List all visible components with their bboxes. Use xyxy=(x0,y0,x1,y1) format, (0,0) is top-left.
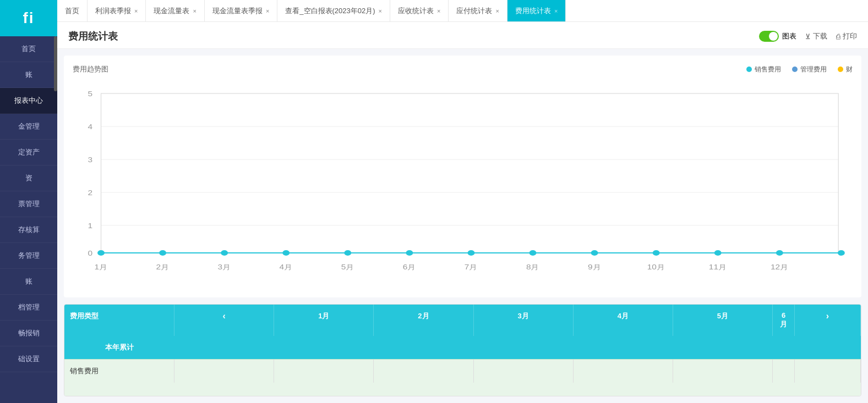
chart-title: 费用趋势图 xyxy=(73,64,108,74)
tab-home-label: 首页 xyxy=(65,6,79,16)
legend-sales: 销售费用 xyxy=(746,65,781,74)
col-month-6: 6月 xyxy=(773,305,795,336)
table-nav-next: › xyxy=(800,311,855,321)
chart-header: 费用趋势图 销售费用 管理费用 财 xyxy=(73,64,853,74)
svg-text:8月: 8月 xyxy=(526,263,539,271)
tab-profit-quarter-close[interactable]: × xyxy=(134,8,138,14)
sidebar-item-settings[interactable]: 础设置 xyxy=(0,346,57,372)
tab-blank-report-close[interactable]: × xyxy=(379,8,382,14)
nav-prev-button[interactable]: ‹ xyxy=(222,311,225,321)
tab-home[interactable]: 首页 xyxy=(57,0,88,21)
svg-point-16 xyxy=(282,250,290,256)
tab-cashflow-close[interactable]: × xyxy=(193,8,196,14)
row-val-next xyxy=(795,360,861,383)
tab-receivable-close[interactable]: × xyxy=(437,8,440,14)
svg-point-18 xyxy=(406,250,413,256)
tab-cashflow-quarter-label: 现金流量表季报 xyxy=(212,6,263,16)
svg-point-24 xyxy=(776,250,783,256)
tab-profit-quarter-label: 利润表季报 xyxy=(95,6,131,16)
row-val-4 xyxy=(574,360,673,383)
tab-receivable-label: 应收统计表 xyxy=(398,6,434,16)
legend-sales-dot xyxy=(746,67,752,72)
sidebar-scrollbar[interactable] xyxy=(54,36,57,91)
sidebar-item-home[interactable]: 首页 xyxy=(0,36,57,62)
sidebar-item-reports[interactable]: 报表中心 xyxy=(0,88,57,114)
svg-text:4: 4 xyxy=(88,123,92,131)
tab-receivable[interactable]: 应收统计表 × xyxy=(390,0,449,21)
tab-payable-label: 应付统计表 xyxy=(456,6,492,16)
svg-text:9月: 9月 xyxy=(588,263,601,271)
tab-expense-close[interactable]: × xyxy=(554,8,558,14)
col-nav-next: › xyxy=(795,305,861,336)
svg-text:1: 1 xyxy=(88,222,92,230)
svg-text:3月: 3月 xyxy=(218,263,231,271)
expense-table: 费用类型 ‹ 1月 2月 3月 4月 5月 6月 › 本年累计 xyxy=(64,304,861,396)
tab-cashflow-label: 现金流量表 xyxy=(154,6,189,16)
tab-blank-report-label: 查看_空白报表(2023年02月) xyxy=(285,6,375,16)
tab-profit-quarter[interactable]: 利润表季报 × xyxy=(88,0,146,21)
svg-point-20 xyxy=(529,250,537,256)
sidebar-item-resource[interactable]: 资 xyxy=(0,165,57,191)
col-month-2: 2月 xyxy=(374,305,473,336)
sidebar-item-docs[interactable]: 档管理 xyxy=(0,295,57,321)
svg-point-21 xyxy=(591,250,598,256)
sidebar-item-assets[interactable]: 定资产 xyxy=(0,140,57,165)
svg-text:7月: 7月 xyxy=(465,263,478,271)
svg-text:2: 2 xyxy=(88,189,92,197)
sidebar-item-finance[interactable]: 金管理 xyxy=(0,114,57,140)
row-val-nav xyxy=(174,360,274,383)
chart-legend: 销售费用 管理费用 财 xyxy=(746,65,853,74)
sidebar-item-ledger[interactable]: 账 xyxy=(0,269,57,295)
sidebar-item-inventory[interactable]: 存核算 xyxy=(0,217,57,243)
svg-text:0: 0 xyxy=(88,250,92,257)
legend-admin-label: 管理费用 xyxy=(800,65,827,74)
chart-toggle[interactable] xyxy=(759,31,779,42)
svg-text:5: 5 xyxy=(88,90,92,98)
row-val-5 xyxy=(673,360,773,383)
sidebar-item-account[interactable]: 账 xyxy=(0,62,57,88)
main-area: 首页 利润表季报 × 现金流量表 × 现金流量表季报 × 查看_空白报表(202… xyxy=(57,0,868,403)
table-header: 费用类型 ‹ 1月 2月 3月 4月 5月 6月 › 本年累计 xyxy=(64,305,861,359)
print-icon: ⎙ xyxy=(836,32,840,41)
svg-text:5月: 5月 xyxy=(341,263,354,271)
sidebar-item-invoices[interactable]: 票管理 xyxy=(0,191,57,217)
row-type: 销售费用 xyxy=(64,360,174,383)
legend-finance: 财 xyxy=(838,65,853,74)
tab-cashflow-quarter-close[interactable]: × xyxy=(266,8,269,14)
svg-text:10月: 10月 xyxy=(647,263,665,271)
tab-blank-report[interactable]: 查看_空白报表(2023年02月) × xyxy=(277,0,390,21)
nav-next-button[interactable]: › xyxy=(826,311,829,321)
page-header: 费用统计表 图表 ⊻ 下载 ⎙ 打印 xyxy=(57,22,868,49)
tab-cashflow[interactable]: 现金流量表 × xyxy=(146,0,204,21)
page-actions: 图表 ⊻ 下载 ⎙ 打印 xyxy=(759,31,857,42)
table-row: 销售费用 xyxy=(64,359,861,396)
svg-point-13 xyxy=(97,250,105,256)
sidebar: fi 首页 账 报表中心 金管理 定资产 资 票管理 存核算 务管理 账 档管理… xyxy=(0,0,57,403)
svg-text:2月: 2月 xyxy=(156,263,169,271)
tab-cashflow-quarter[interactable]: 现金流量表季报 × xyxy=(205,0,277,21)
col-month-5: 5月 xyxy=(673,305,773,336)
legend-admin-dot xyxy=(792,67,798,72)
print-button[interactable]: ⎙ 打印 xyxy=(836,31,857,41)
svg-point-25 xyxy=(838,250,845,256)
sidebar-logo: fi xyxy=(0,0,57,36)
svg-text:3: 3 xyxy=(88,156,92,164)
legend-finance-dot xyxy=(838,67,843,72)
tab-payable[interactable]: 应付统计表 × xyxy=(449,0,507,21)
tabbar: 首页 利润表季报 × 现金流量表 × 现金流量表季报 × 查看_空白报表(202… xyxy=(57,0,868,22)
tab-payable-close[interactable]: × xyxy=(495,8,499,14)
page-title: 费用统计表 xyxy=(68,30,118,43)
tab-expense-label: 费用统计表 xyxy=(515,6,551,16)
sidebar-item-services[interactable]: 务管理 xyxy=(0,243,57,269)
download-button[interactable]: ⊻ 下载 xyxy=(805,31,827,41)
chart-area: 5 4 3 2 1 0 xyxy=(73,80,853,289)
sidebar-item-expense[interactable]: 畅报销 xyxy=(0,321,57,346)
svg-text:12月: 12月 xyxy=(771,263,789,271)
col-ytd: 本年累计 xyxy=(64,336,174,359)
tab-expense[interactable]: 费用统计表 × xyxy=(507,0,566,21)
legend-sales-label: 销售费用 xyxy=(755,65,781,74)
col-type-header: 费用类型 xyxy=(64,305,174,336)
svg-text:1月: 1月 xyxy=(94,263,107,271)
chart-toggle-label: 图表 xyxy=(782,31,796,41)
download-icon: ⊻ xyxy=(805,32,811,41)
